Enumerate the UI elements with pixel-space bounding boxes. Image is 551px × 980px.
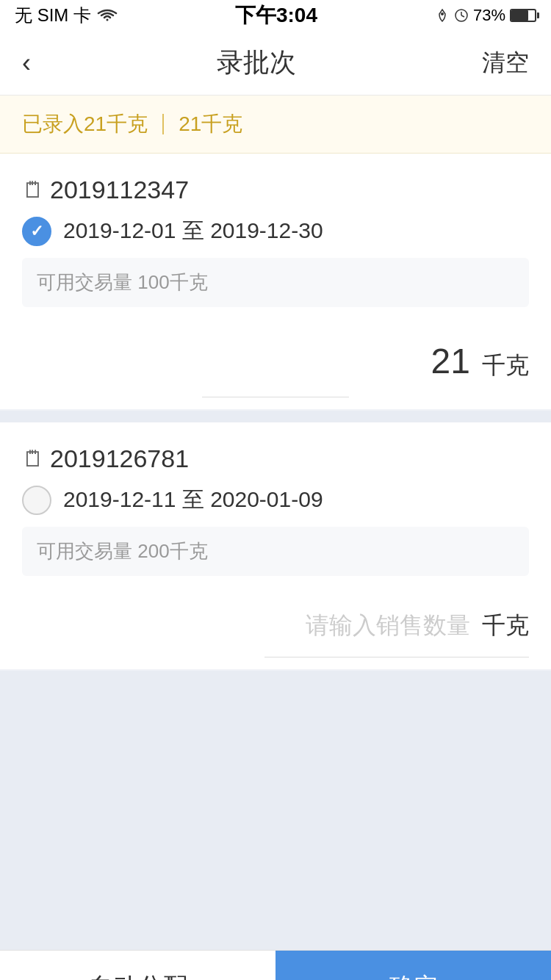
nav-bar: ‹ 录批次 清空 <box>0 31 551 96</box>
confirm-button[interactable]: 确定 <box>276 951 551 980</box>
status-bar: 无 SIM 卡 下午3:04 73% <box>0 0 551 31</box>
wifi-icon <box>97 8 118 23</box>
svg-point-0 <box>441 12 444 15</box>
back-button[interactable]: ‹ <box>22 48 31 79</box>
status-right: 73% <box>435 6 536 25</box>
batch2-input-row[interactable]: 请输入销售数量 千克 <box>0 602 551 657</box>
batch2-date-row[interactable]: 2019-12-11 至 2020-01-09 <box>22 485 529 515</box>
nav-title: 录批次 <box>217 45 296 81</box>
batch2-radio[interactable] <box>22 486 51 515</box>
batch1-avail-text: 可用交易量 100千克 <box>37 271 208 293</box>
batch1-icon: 🗒 <box>22 178 44 203</box>
batch2-avail-text: 可用交易量 200千克 <box>37 540 208 562</box>
status-left: 无 SIM 卡 <box>15 4 118 27</box>
svg-line-3 <box>461 15 464 17</box>
batch2-header: 🗒 2019126781 <box>22 444 529 473</box>
section-separator <box>0 411 551 422</box>
batch2-number: 2019126781 <box>50 444 189 473</box>
batch1-qty-value: 21 <box>431 341 470 381</box>
batch2-avail: 可用交易量 200千克 <box>22 527 529 576</box>
location-icon <box>435 8 450 23</box>
recorded-qty: 已录入21千克 <box>22 110 148 138</box>
batch1-date-row[interactable]: 2019-12-01 至 2019-12-30 <box>22 216 529 246</box>
batch1-date: 2019-12-01 至 2019-12-30 <box>63 216 323 246</box>
batch2-unit: 千克 <box>482 610 529 642</box>
clear-button[interactable]: 清空 <box>482 47 529 79</box>
gray-area <box>0 671 551 950</box>
status-time: 下午3:04 <box>235 1 317 29</box>
no-sim-text: 无 SIM 卡 <box>15 4 91 27</box>
batch1-radio[interactable] <box>22 217 51 246</box>
bottom-bar: 自动分配 确定 <box>0 950 551 980</box>
batch1-avail: 可用交易量 100千克 <box>22 258 529 307</box>
batch2-icon: 🗒 <box>22 447 44 472</box>
info-banner: 已录入21千克 21千克 <box>0 96 551 154</box>
info-divider <box>162 114 164 134</box>
batch2-card: 🗒 2019126781 2019-12-11 至 2020-01-09 可用交… <box>0 422 551 669</box>
clock-icon <box>454 8 469 23</box>
auto-distribute-button[interactable]: 自动分配 <box>0 951 276 980</box>
battery-icon <box>510 9 536 22</box>
batch1-qty-row: 21 千克 <box>0 334 551 397</box>
batch1-card: 🗒 2019112347 2019-12-01 至 2019-12-30 可用交… <box>0 154 551 409</box>
batch1-number: 2019112347 <box>50 176 189 204</box>
batch2-qty-placeholder[interactable]: 请输入销售数量 <box>22 610 470 642</box>
battery-text: 73% <box>473 6 505 25</box>
batch1-header: 🗒 2019112347 <box>22 176 529 204</box>
total-qty: 21千克 <box>179 110 242 138</box>
batch1-qty-unit: 千克 <box>482 350 529 382</box>
batch2-divider <box>264 657 529 657</box>
batch2-date: 2019-12-11 至 2020-01-09 <box>63 485 323 515</box>
